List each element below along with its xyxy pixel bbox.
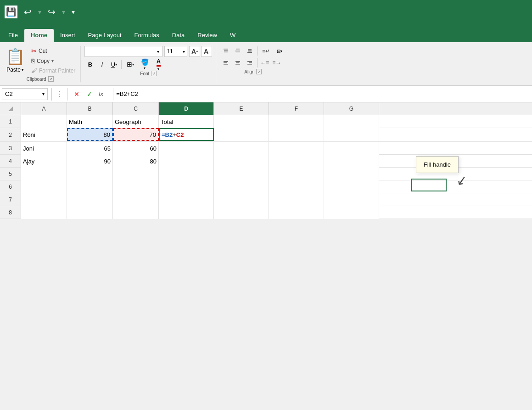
copy-dropdown-arrow[interactable]: ▾ <box>51 58 54 63</box>
bold-button[interactable]: B <box>84 59 95 70</box>
col-header-g[interactable]: G <box>324 102 379 115</box>
cell-a7[interactable] <box>21 193 67 206</box>
cell-e6[interactable] <box>214 180 269 193</box>
menu-w[interactable]: W <box>224 29 242 42</box>
cell-b2[interactable]: 80 <box>67 128 113 141</box>
align-right-button[interactable] <box>244 58 255 68</box>
cell-f7[interactable] <box>269 193 324 206</box>
row-header-5[interactable]: 5 <box>0 168 21 180</box>
cell-a8[interactable] <box>21 206 67 219</box>
cell-b6[interactable] <box>67 180 113 193</box>
menu-review[interactable]: Review <box>191 29 224 42</box>
confirm-formula-button[interactable]: ✓ <box>84 89 95 100</box>
cell-b8[interactable] <box>67 206 113 219</box>
font-size-selector[interactable]: 11 ▾ <box>164 46 187 57</box>
cell-d2[interactable]: =B2+C2 <box>159 128 214 141</box>
decrease-font-button[interactable]: A- <box>201 46 212 57</box>
cell-g5[interactable] <box>324 168 379 180</box>
save-icon[interactable]: 💾 <box>6 7 16 17</box>
cell-c1[interactable]: Geograph <box>113 115 159 128</box>
cell-f5[interactable] <box>269 168 324 180</box>
cell-c2[interactable]: 70 <box>113 128 159 141</box>
fill-color-button[interactable]: 🪣 ▾ <box>138 59 151 70</box>
cell-f3[interactable] <box>269 142 324 155</box>
row-header-7[interactable]: 7 <box>0 193 21 206</box>
cell-f8[interactable] <box>269 206 324 219</box>
cell-e7[interactable] <box>214 193 269 206</box>
menu-file[interactable]: File <box>2 29 24 42</box>
menu-insert[interactable]: Insert <box>54 29 82 42</box>
cell-e3[interactable] <box>214 142 269 155</box>
row-header-1[interactable]: 1 <box>0 115 21 128</box>
cut-button[interactable]: ✂ Cut <box>29 46 77 56</box>
row-header-8[interactable]: 8 <box>0 206 21 219</box>
clipboard-expand-button[interactable]: ↗ <box>48 76 54 82</box>
cancel-formula-button[interactable]: ✕ <box>71 89 82 100</box>
cell-a5[interactable] <box>21 168 67 180</box>
format-painter-button[interactable]: 🖌 Format Painter <box>29 66 77 75</box>
decrease-indent-button[interactable]: ←≡ <box>259 58 270 68</box>
font-name-selector[interactable]: ▾ <box>84 46 162 57</box>
cell-b3[interactable]: 65 <box>67 142 113 155</box>
cell-b1[interactable]: Math <box>67 115 113 128</box>
alignment-expand-button[interactable]: ↗ <box>256 69 262 74</box>
paste-dropdown-arrow[interactable]: ▾ <box>22 67 24 72</box>
align-middle-button[interactable] <box>232 46 243 56</box>
merge-button[interactable]: ⊟▾ <box>273 46 286 56</box>
cell-b5[interactable] <box>67 168 113 180</box>
row-header-2[interactable]: 2 <box>0 128 21 141</box>
cell-c5[interactable] <box>113 168 159 180</box>
col-header-f[interactable]: F <box>269 102 324 115</box>
col-header-c[interactable]: C <box>113 102 159 115</box>
cell-e1[interactable] <box>214 115 269 128</box>
cell-c6[interactable] <box>113 180 159 193</box>
align-left-button[interactable] <box>220 58 231 68</box>
cell-f1[interactable] <box>269 115 324 128</box>
cell-f2[interactable] <box>269 128 324 141</box>
col-header-e[interactable]: E <box>214 102 269 115</box>
name-box-arrow[interactable]: ▾ <box>42 91 45 96</box>
cell-f4[interactable] <box>269 155 324 168</box>
cell-c8[interactable] <box>113 206 159 219</box>
menu-home[interactable]: Home <box>24 29 54 42</box>
cell-f6[interactable] <box>269 180 324 193</box>
cell-c3[interactable]: 60 <box>113 142 159 155</box>
cell-e2[interactable] <box>214 128 269 141</box>
cell-b7[interactable] <box>67 193 113 206</box>
underline-button[interactable]: U ▾ <box>108 59 119 70</box>
cell-a6[interactable] <box>21 180 67 193</box>
row-header-3[interactable]: 3 <box>0 142 21 154</box>
undo-button[interactable]: ↩ <box>21 5 34 19</box>
cell-d5[interactable] <box>159 168 214 180</box>
name-box[interactable]: C2 ▾ <box>2 88 48 100</box>
cell-d8[interactable] <box>159 206 214 219</box>
font-expand-button[interactable]: ↗ <box>151 71 157 76</box>
menu-data[interactable]: Data <box>166 29 191 42</box>
font-color-arrow[interactable]: ▾ <box>157 67 159 71</box>
borders-arrow[interactable]: ▾ <box>132 62 134 67</box>
cell-a2[interactable]: Roni <box>21 128 67 141</box>
cell-g4[interactable] <box>324 155 379 168</box>
menu-page-layout[interactable]: Page Layout <box>82 29 128 42</box>
cell-d7[interactable] <box>159 193 214 206</box>
cell-e5[interactable] <box>214 168 269 180</box>
cell-g3[interactable] <box>324 142 379 155</box>
formula-input[interactable] <box>113 88 530 100</box>
row-header-4[interactable]: 4 <box>0 155 21 167</box>
cell-b4[interactable]: 90 <box>67 155 113 168</box>
cell-e8[interactable] <box>214 206 269 219</box>
col-header-b[interactable]: B <box>67 102 113 115</box>
cell-g8[interactable] <box>324 206 379 219</box>
increase-font-button[interactable]: A+ <box>189 46 200 57</box>
row-header-6[interactable]: 6 <box>0 180 21 193</box>
cell-a3[interactable]: Joni <box>21 142 67 155</box>
cell-d6[interactable] <box>159 180 214 193</box>
cell-g6[interactable] <box>324 180 379 193</box>
menu-formulas[interactable]: Formulas <box>128 29 166 42</box>
cell-e4[interactable] <box>214 155 269 168</box>
paste-button[interactable]: 📋 Paste ▾ <box>3 46 28 75</box>
fill-color-arrow[interactable]: ▾ <box>144 66 146 70</box>
borders-button[interactable]: ⊞ ▾ <box>123 59 137 70</box>
redo-arrow[interactable]: ▾ <box>62 8 65 16</box>
underline-arrow[interactable]: ▾ <box>115 62 117 67</box>
